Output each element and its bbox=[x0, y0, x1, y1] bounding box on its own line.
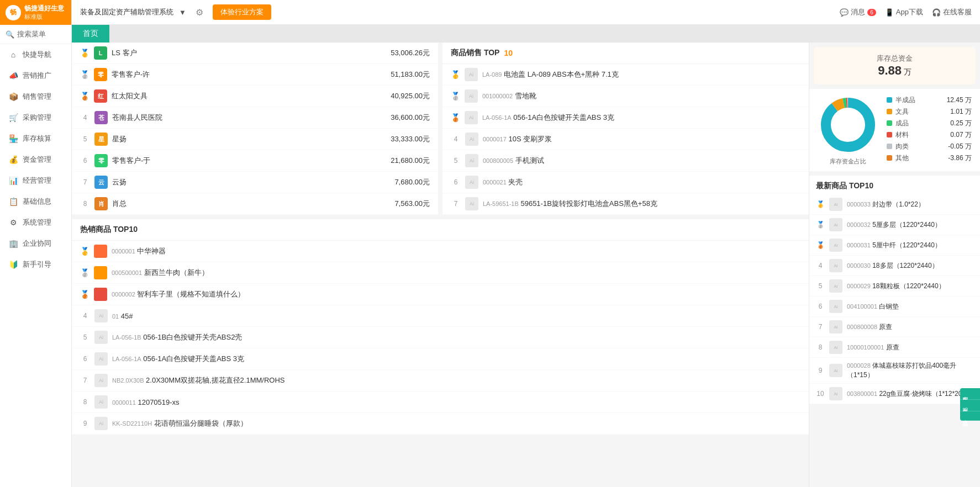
prod-rank-num-5: 5 bbox=[451, 157, 461, 165]
page-tab-bar: 首页 bbox=[72, 25, 980, 43]
hot-prod-row-1[interactable]: 🥇 0000001 中华神器 bbox=[72, 241, 809, 262]
hot-prod-name-5: LA-056-1B 056-1B白色按键开关壳ABS2壳 bbox=[112, 332, 800, 342]
sidebar-item-guide[interactable]: 🔰 新手引导 bbox=[0, 254, 71, 275]
hot-prod-row-7[interactable]: 7 Ai NB2.0X30B 2.0X30MM双搓花轴,搓花直径2.1MM/RO… bbox=[72, 370, 809, 391]
sidebar-item-sales[interactable]: 📦 销售管理 bbox=[0, 86, 71, 107]
customer-row-6[interactable]: 6 零 零售客户-于 21,680.00元 bbox=[72, 150, 438, 172]
prod-sales-row-4[interactable]: 4 Ai 0000017 10S 变刷罗浆 bbox=[442, 129, 809, 150]
new-prod-row-9[interactable]: 9 Ai 0000028 体城嘉枝味苏打饮品400毫升（1*15） bbox=[809, 358, 980, 384]
new-prod-name-7: 000800008 原查 bbox=[847, 322, 973, 332]
content-left: 🥇 L LS 客户 53,006.26元 🥈 零 零售客户-许 51,183.0… bbox=[72, 43, 809, 487]
sidebar-item-marketing[interactable]: 📣 营销推广 bbox=[0, 65, 71, 86]
customer-name-8: 肖总 bbox=[112, 199, 390, 209]
new-prod-row-5[interactable]: 5 Ai 0000029 18颗粒板（1220*2440） bbox=[809, 276, 980, 297]
customer-name-2: 零售客户-许 bbox=[112, 70, 386, 80]
new-prod-row-3[interactable]: 🥉 Ai 0000031 5厘中纤（1220*2440） bbox=[809, 235, 980, 256]
app-download-button[interactable]: 📱 App下载 bbox=[885, 7, 923, 17]
finance-icon: 💰 bbox=[8, 155, 18, 165]
hot-prod-name-6: LA-056-1A 056-1A白色按键开关盖ABS 3克 bbox=[112, 354, 800, 364]
prod-sales-row-6[interactable]: 6 Ai 0000021 夹壳 bbox=[442, 172, 809, 193]
messages-button[interactable]: 💬 消息 6 bbox=[840, 7, 876, 17]
prod-sales-row-7[interactable]: 7 Ai LA-59651-1B 59651-1B旋转投影灯电池盒ABS黑色+5… bbox=[442, 193, 809, 215]
sidebar-item-quicknav[interactable]: ⌂ 快捷导航 bbox=[0, 44, 71, 65]
rank-num-5: 5 bbox=[80, 135, 90, 143]
customer-amount-3: 40,925.00元 bbox=[391, 91, 430, 101]
float-btn-community[interactable]: 服务社区 bbox=[960, 400, 980, 411]
legend-item-5: 其他 -3.86 万 bbox=[887, 153, 972, 163]
customer-row-8[interactable]: 8 肖 肖总 7,563.00元 bbox=[72, 193, 438, 215]
new-prod-rank-3: 🥉 bbox=[816, 241, 825, 249]
customer-row-2[interactable]: 🥈 零 零售客户-许 51,183.00元 bbox=[72, 64, 438, 86]
prod-thumb-2: Ai bbox=[465, 89, 478, 103]
inventory-unit: 万 bbox=[904, 67, 911, 76]
prod-sales-row-3[interactable]: 🥉 Ai LA-056-1A 056-1A白色按键开关盖ABS 3克 bbox=[442, 107, 809, 129]
hot-rank-num-4: 4 bbox=[80, 312, 90, 320]
sidebar-item-finance[interactable]: 💰 资金管理 bbox=[0, 149, 71, 170]
legend-item-2: 成品 0.25 万 bbox=[887, 119, 972, 128]
trial-button[interactable]: 体验行业方案 bbox=[213, 4, 271, 20]
new-prod-row-10[interactable]: 10 Ai 003800001 22g鱼豆腐·烧烤味（1*12*20） bbox=[809, 384, 980, 404]
customer-row-4[interactable]: 4 苍 苍南县人民医院 36,600.00元 bbox=[72, 107, 438, 129]
new-prod-rank-5: 5 bbox=[816, 282, 825, 290]
customer-avatar-8: 肖 bbox=[94, 197, 108, 210]
new-prod-row-8[interactable]: 8 Ai 10000100001 原查 bbox=[809, 337, 980, 358]
customer-amount-7: 7,680.00元 bbox=[394, 177, 430, 187]
hot-prod-name-3: 0000002 智利车子里（规格不知道填什么） bbox=[112, 289, 800, 299]
new-prod-row-6[interactable]: 6 Ai 004100001 白钢垫 bbox=[809, 297, 980, 317]
prod-rank-1: 🥇 bbox=[451, 70, 460, 79]
tab-home[interactable]: 首页 bbox=[72, 25, 109, 43]
hot-thumb-5: Ai bbox=[94, 331, 108, 344]
new-products-header: 最新商品 TOP10 bbox=[809, 176, 980, 194]
main-area: 装备及固定资产辅助管理系统 ▼ ⚙ 体验行业方案 💬 消息 6 📱 App下载 … bbox=[72, 0, 980, 487]
top-customers-section: 🥇 L LS 客户 53,006.26元 🥈 零 零售客户-许 51,183.0… bbox=[72, 43, 438, 219]
customer-row-7[interactable]: 7 云 云扬 7,680.00元 bbox=[72, 172, 438, 193]
hot-prod-row-2[interactable]: 🥈 000500001 新西兰牛肉（新牛） bbox=[72, 262, 809, 284]
sidebar-item-company[interactable]: 🏢 企业协同 bbox=[0, 233, 71, 254]
prod-sales-row-1[interactable]: 🥇 Ai LA-089 电池盖 LA-089 ABS本色+黑种 7.1克 bbox=[442, 64, 809, 86]
hot-prod-row-4[interactable]: 4 Ai 01 45# bbox=[72, 305, 809, 327]
new-prod-row-4[interactable]: 4 Ai 0000030 18多层（1220*2440） bbox=[809, 256, 980, 276]
prod-name-5: 000800005 手机测试 bbox=[483, 156, 800, 166]
customer-name-5: 星扬 bbox=[112, 134, 386, 144]
sidebar-item-system[interactable]: ⚙ 系统管理 bbox=[0, 212, 71, 233]
settings-icon[interactable]: ⚙ bbox=[192, 4, 207, 20]
prod-thumb-6: Ai bbox=[465, 176, 478, 189]
prod-rank-num-6: 6 bbox=[451, 178, 461, 186]
new-prod-name-10: 003800001 22g鱼豆腐·烧烤味（1*12*20） bbox=[847, 389, 973, 399]
new-prod-thumb-10: Ai bbox=[829, 387, 842, 400]
inventory-total-card: 库存总资金 9.88 万 bbox=[814, 47, 976, 84]
rank-num-8: 8 bbox=[80, 200, 90, 208]
sidebar-item-inventory[interactable]: 🏪 库存核算 bbox=[0, 128, 71, 149]
customer-row-1[interactable]: 🥇 L LS 客户 53,006.26元 bbox=[72, 43, 438, 64]
new-prod-thumb-7: Ai bbox=[829, 320, 842, 334]
new-prod-row-2[interactable]: 🥈 Ai 0000032 5厘多层（1220*2440） bbox=[809, 215, 980, 235]
hot-prod-row-3[interactable]: 🥉 0000002 智利车子里（规格不知道填什么） bbox=[72, 284, 809, 305]
title-dropdown[interactable]: ▼ bbox=[179, 8, 186, 17]
hot-rank-3: 🥉 bbox=[80, 290, 89, 299]
new-prod-row-7[interactable]: 7 Ai 000800008 原查 bbox=[809, 317, 980, 337]
float-btn-service[interactable]: 客服热线 bbox=[960, 388, 980, 400]
home-icon: ⌂ bbox=[8, 50, 18, 60]
new-prod-row-1[interactable]: 🥇 Ai 0000033 封边带（1.0*22） bbox=[809, 194, 980, 215]
hot-prod-row-9[interactable]: 9 Ai KK-SD22110H 花语萌恒温分腿睡袋（厚款） bbox=[72, 413, 809, 435]
sidebar-item-purchase[interactable]: 🛒 采购管理 bbox=[0, 107, 71, 128]
float-btn-live[interactable]: 直播 bbox=[960, 411, 980, 421]
customer-row-3[interactable]: 🥉 红 红太阳文具 40,925.00元 bbox=[72, 86, 438, 107]
customer-row-5[interactable]: 5 星 星扬 33,333.00元 bbox=[72, 129, 438, 150]
customer-amount-8: 7,563.00元 bbox=[394, 199, 430, 209]
prod-name-3: LA-056-1A 056-1A白色按键开关盖ABS 3克 bbox=[482, 113, 800, 123]
hot-prod-row-8[interactable]: 8 Ai 0000011 12070519-xs bbox=[72, 391, 809, 413]
prod-sales-row-5[interactable]: 5 Ai 000800005 手机测试 bbox=[442, 150, 809, 172]
hot-prod-row-6[interactable]: 6 Ai LA-056-1A 056-1A白色按键开关盖ABS 3克 bbox=[72, 348, 809, 370]
inventory-total-value: 9.88 万 bbox=[822, 63, 967, 78]
online-service-button[interactable]: 🎧 在线客服 bbox=[932, 7, 972, 17]
customer-name-6: 零售客户-于 bbox=[112, 156, 386, 166]
sidebar-item-operations[interactable]: 📊 经营管理 bbox=[0, 170, 71, 191]
search-menu[interactable]: 🔍 搜索菜单 bbox=[0, 25, 71, 44]
sidebar-item-basic[interactable]: 📋 基础信息 bbox=[0, 191, 71, 212]
headset-icon: 🎧 bbox=[932, 8, 941, 17]
customer-list: 🥇 L LS 客户 53,006.26元 🥈 零 零售客户-许 51,183.0… bbox=[72, 43, 438, 215]
prod-sales-row-2[interactable]: 🥈 Ai 001000002 雪地靴 bbox=[442, 86, 809, 107]
hot-prod-row-5[interactable]: 5 Ai LA-056-1B 056-1B白色按键开关壳ABS2壳 bbox=[72, 327, 809, 348]
legend-item-0: 半成品 12.45 万 bbox=[887, 96, 972, 105]
